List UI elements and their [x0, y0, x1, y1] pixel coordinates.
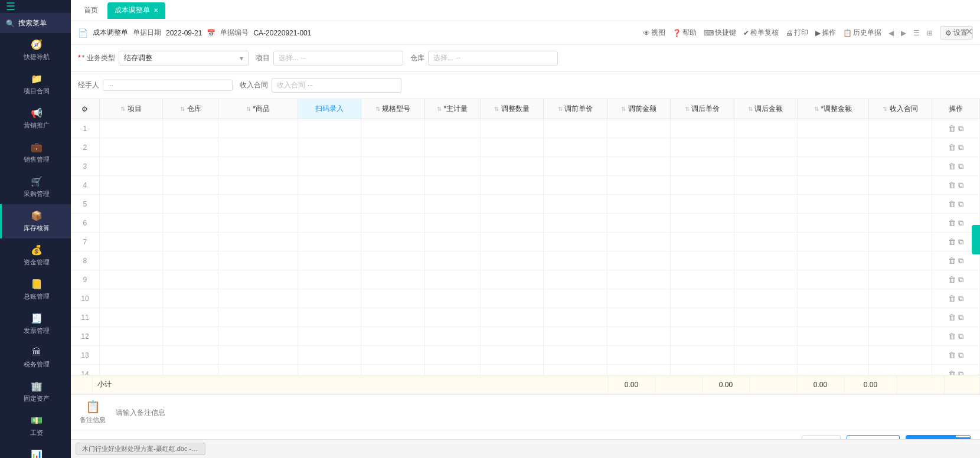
cell-unit[interactable] [424, 289, 480, 308]
sidebar-item-inventory[interactable]: 📦 库存核算 [0, 204, 71, 238]
row-delete-icon[interactable]: 🗑 [948, 332, 956, 341]
cell-income-contract[interactable] [868, 214, 932, 233]
cell-amount-before[interactable] [607, 251, 670, 270]
cell-adjust[interactable] [798, 346, 869, 365]
project-select[interactable]: 选择... ··· [273, 51, 403, 66]
nav-right-btn[interactable]: ▶ [901, 29, 906, 37]
cell-unit[interactable] [424, 251, 480, 270]
cell-project[interactable] [99, 346, 162, 365]
cell-goods[interactable] [218, 251, 298, 270]
tab-close-icon[interactable]: ✕ [153, 7, 158, 14]
cell-amount-before[interactable] [607, 176, 670, 195]
table-row[interactable]: 14 🗑 ⧉ [71, 365, 980, 375]
row-delete-icon[interactable]: 🗑 [948, 181, 956, 190]
cell-project[interactable] [99, 289, 162, 308]
window-close-button[interactable]: ✕ [965, 26, 973, 37]
cell-warehouse[interactable] [163, 346, 218, 365]
warehouse-select[interactable]: 选择... ··· [428, 51, 558, 66]
cell-adjust[interactable] [798, 251, 869, 270]
sort-icon-unit[interactable]: ⇅ [437, 106, 442, 112]
sidebar-item-fund[interactable]: 💰 资金管理 [0, 238, 71, 273]
sort-icon-spec[interactable]: ⇅ [375, 106, 380, 112]
row-copy-icon[interactable]: ⧉ [958, 351, 963, 360]
row-copy-icon[interactable]: ⧉ [958, 256, 963, 266]
cell-amount-before[interactable] [607, 138, 670, 157]
sort-icon-price-before[interactable]: ⇅ [558, 106, 563, 112]
cell-goods[interactable] [218, 346, 298, 365]
sidebar-item-sales-mgmt[interactable]: 💼 销售管理 [0, 136, 71, 170]
cell-amount-after[interactable] [734, 270, 797, 289]
cell-project[interactable] [99, 327, 162, 346]
cell-amount-after[interactable] [734, 233, 797, 251]
cell-warehouse[interactable] [163, 214, 218, 233]
cell-amount-before[interactable] [607, 308, 670, 327]
cell-price-after[interactable] [671, 195, 734, 214]
cell-adjust[interactable] [798, 157, 869, 176]
cell-income-contract[interactable] [868, 308, 932, 327]
cell-goods[interactable] [218, 195, 298, 214]
cell-income-contract[interactable] [868, 119, 932, 138]
cell-project[interactable] [99, 176, 162, 195]
cell-price-before[interactable] [544, 195, 607, 214]
cell-project[interactable] [99, 251, 162, 270]
cell-income-contract[interactable] [868, 327, 932, 346]
teal-side-handle[interactable] [972, 225, 980, 254]
cell-qty[interactable] [480, 346, 543, 365]
cell-goods[interactable] [218, 176, 298, 195]
table-row[interactable]: 1 🗑 ⧉ [71, 119, 980, 138]
cell-adjust[interactable] [798, 327, 869, 346]
cell-project[interactable] [99, 308, 162, 327]
cell-warehouse[interactable] [163, 365, 218, 375]
row-copy-icon[interactable]: ⧉ [958, 313, 963, 322]
nav-left-btn[interactable]: ◀ [888, 29, 894, 37]
sort-icon-income[interactable]: ⇅ [883, 106, 887, 112]
cell-amount-after[interactable] [734, 251, 797, 270]
remarks-input[interactable] [113, 400, 973, 425]
sidebar-item-project[interactable]: 📁 项目合同 [0, 67, 71, 102]
cell-price-before[interactable] [544, 119, 607, 138]
history-btn[interactable]: 📋 历史单据 [843, 28, 881, 38]
cell-project[interactable] [99, 365, 162, 375]
cell-amount-before[interactable] [607, 119, 670, 138]
sort-icon-goods[interactable]: ⇅ [246, 106, 251, 112]
row-copy-icon[interactable]: ⧉ [958, 124, 963, 133]
cell-goods[interactable] [218, 308, 298, 327]
row-delete-icon[interactable]: 🗑 [948, 237, 956, 247]
cell-scan[interactable] [298, 346, 361, 365]
row-copy-icon[interactable]: ⧉ [958, 332, 963, 341]
cell-qty[interactable] [480, 308, 543, 327]
cell-price-after[interactable] [671, 365, 734, 375]
cell-income-contract[interactable] [868, 270, 932, 289]
cell-qty[interactable] [480, 214, 543, 233]
cell-unit[interactable] [424, 176, 480, 195]
row-delete-icon[interactable]: 🗑 [948, 199, 956, 209]
cell-scan[interactable] [298, 327, 361, 346]
cell-unit[interactable] [424, 157, 480, 176]
cell-adjust[interactable] [798, 138, 869, 157]
expand-icon[interactable]: ⊞ [927, 29, 933, 37]
cell-scan[interactable] [298, 119, 361, 138]
check-btn[interactable]: ✔ 检单复核 [743, 28, 779, 38]
cell-income-contract[interactable] [868, 195, 932, 214]
cell-adjust[interactable] [798, 233, 869, 251]
cell-warehouse[interactable] [163, 308, 218, 327]
row-copy-icon[interactable]: ⧉ [958, 218, 963, 228]
cell-qty[interactable] [480, 195, 543, 214]
cell-spec[interactable] [361, 119, 424, 138]
cell-spec[interactable] [361, 138, 424, 157]
cell-project[interactable] [99, 214, 162, 233]
income-contract-input[interactable]: 收入合同 ··· [272, 78, 401, 93]
cell-project[interactable] [99, 157, 162, 176]
cell-price-before[interactable] [544, 157, 607, 176]
cell-price-after[interactable] [671, 214, 734, 233]
cell-price-after[interactable] [671, 346, 734, 365]
row-delete-icon[interactable]: 🗑 [948, 256, 956, 266]
cell-income-contract[interactable] [868, 346, 932, 365]
cell-goods[interactable] [218, 365, 298, 375]
cell-adjust[interactable] [798, 308, 869, 327]
cell-warehouse[interactable] [163, 119, 218, 138]
cell-project[interactable] [99, 195, 162, 214]
cell-unit[interactable] [424, 365, 480, 375]
th-scan[interactable]: 扫码录入 [298, 99, 361, 119]
row-delete-icon[interactable]: 🗑 [948, 124, 956, 133]
